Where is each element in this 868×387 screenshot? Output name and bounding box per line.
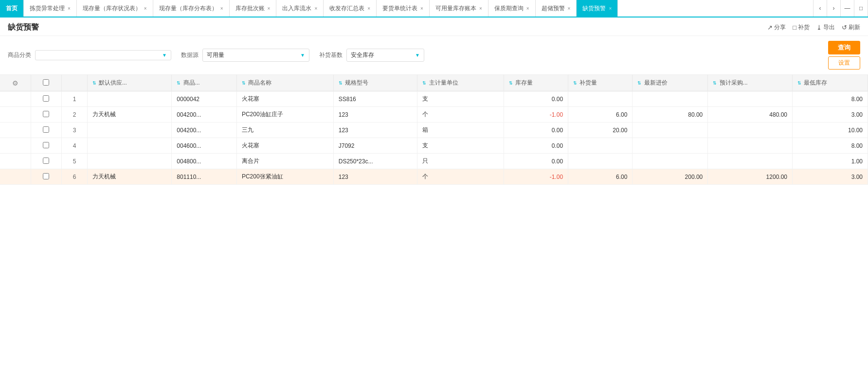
row-latest-price [633, 123, 708, 138]
sort-icon: ⇅ [713, 81, 717, 86]
tab-exception[interactable]: 拣货异常处理 × [24, 0, 77, 17]
row-product-name: PC200张紧油缸 [236, 169, 333, 185]
row-min-stock: 8.00 [793, 91, 868, 107]
tab-avail-ledger[interactable]: 可用量库存账本 × [430, 0, 488, 17]
replenish-base-select[interactable]: 安全库存 ▼ [346, 49, 424, 62]
row-unit: 个 [417, 107, 504, 123]
tab-inventory-status[interactable]: 现存量（库存状况表） × [77, 0, 153, 17]
th-min-stock[interactable]: ⇅ 最低库存 [793, 75, 868, 91]
tab-next-button[interactable]: › [827, 0, 841, 17]
close-icon[interactable]: × [609, 6, 612, 11]
datasource-select[interactable]: 可用量 ▼ [202, 49, 309, 62]
tab-home[interactable]: 首页 [0, 0, 24, 17]
close-icon[interactable]: × [144, 6, 147, 11]
row-checkbox-cell[interactable] [31, 169, 62, 185]
th-replenish-qty-label: 补货量 [579, 79, 597, 86]
tab-expiry[interactable]: 保质期查询 × [488, 0, 536, 17]
close-icon[interactable]: × [220, 6, 223, 11]
row-checkbox[interactable] [43, 173, 49, 179]
filter-row: 商品分类 ▼ 数据源 可用量 ▼ 补货基数 安全库存 ▼ 查询 设置 [0, 36, 868, 75]
query-button[interactable]: 查询 [828, 41, 860, 54]
th-product-name[interactable]: ⇅ 商品名称 [236, 75, 333, 91]
table-row: 4 004600... 火花塞 J7092 支 0.00 8.00 [0, 138, 868, 154]
row-checkbox-cell[interactable] [31, 91, 62, 107]
row-checkbox-cell[interactable] [31, 154, 62, 169]
replenish-base-select-value: 安全库存 [351, 51, 412, 59]
category-label: 商品分类 [8, 51, 31, 59]
th-unit[interactable]: ⇅ 主计量单位 [417, 75, 504, 91]
replenish-button[interactable]: □ 补货 [793, 23, 810, 32]
header-actions: ↗ 分享 □ 补货 ⤓ 导出 ↺ 刷新 [767, 23, 860, 32]
tab-recv-summary[interactable]: 收发存汇总表 × [324, 0, 377, 17]
sort-icon: ⇅ [797, 81, 801, 86]
th-spec[interactable]: ⇅ 规格型号 [333, 75, 417, 91]
close-icon[interactable]: × [268, 6, 271, 11]
refresh-label: 刷新 [849, 23, 860, 32]
row-estimated-purchase: 1200.00 [708, 169, 793, 185]
th-latest-price[interactable]: ⇅ 最新进价 [633, 75, 708, 91]
row-replenish-qty: 6.00 [568, 107, 633, 123]
sort-icon: ⇅ [509, 81, 513, 86]
share-button[interactable]: ↗ 分享 [767, 23, 786, 32]
th-stock[interactable]: ⇅ 库存量 [504, 75, 568, 91]
gear-icon[interactable]: ⚙ [12, 79, 18, 87]
row-checkbox[interactable] [43, 95, 49, 102]
tab-overstock[interactable]: 超储预警 × [536, 0, 577, 17]
row-min-stock: 10.00 [793, 123, 868, 138]
tab-batch[interactable]: 库存批次账 × [230, 0, 277, 17]
close-icon[interactable]: × [420, 6, 423, 11]
row-latest-price [633, 154, 708, 169]
row-gear-cell [0, 123, 31, 138]
th-unit-label: 主计量单位 [429, 79, 458, 86]
th-row-num [62, 75, 87, 91]
row-latest-price: 200.00 [633, 169, 708, 185]
category-select[interactable]: ▼ [35, 50, 171, 60]
row-gear-cell [0, 154, 31, 169]
table-row: 3 004200... 三九 123 箱 0.00 20.00 10.00 [0, 123, 868, 138]
close-icon[interactable]: × [367, 6, 370, 11]
row-checkbox[interactable] [43, 126, 49, 133]
th-product-code[interactable]: ⇅ 商品... [172, 75, 237, 91]
row-latest-price: 80.00 [633, 107, 708, 123]
settings-button[interactable]: 设置 [828, 56, 860, 70]
row-replenish-qty: 20.00 [568, 123, 633, 138]
row-supplier: 力天机械 [87, 169, 172, 185]
row-product-name: PC200油缸庄子 [236, 107, 333, 123]
row-checkbox-cell[interactable] [31, 138, 62, 154]
row-checkbox[interactable] [43, 142, 49, 148]
row-stock: -1.00 [504, 107, 568, 123]
th-spec-label: 规格型号 [345, 79, 368, 86]
close-icon[interactable]: × [68, 6, 71, 11]
close-icon[interactable]: × [314, 6, 317, 11]
th-gear[interactable]: ⚙ [0, 75, 31, 91]
row-checkbox[interactable] [43, 111, 49, 117]
row-replenish-qty: 6.00 [568, 169, 633, 185]
tab-maximize-button[interactable]: □ [854, 0, 868, 17]
th-supplier[interactable]: ⇅ 默认供应... [87, 75, 172, 91]
tab-inventory-dist-label: 现存量（库存分布表） [159, 4, 217, 13]
row-latest-price [633, 138, 708, 154]
tab-nav-buttons: ‹ › — □ [813, 0, 868, 17]
row-spec: 123 [333, 169, 417, 185]
tab-prev-button[interactable]: ‹ [814, 0, 827, 17]
close-icon[interactable]: × [526, 6, 529, 11]
tab-shortage[interactable]: 缺货预警 × [577, 0, 618, 17]
row-number: 6 [62, 169, 87, 185]
row-checkbox-cell[interactable] [31, 123, 62, 138]
select-all-checkbox[interactable] [43, 79, 49, 86]
sort-icon: ⇅ [177, 81, 181, 86]
th-replenish-qty[interactable]: ⇅ 补货量 [568, 75, 633, 91]
export-button[interactable]: ⤓ 导出 [816, 23, 835, 32]
replenish-base-filter-group: 补货基数 安全库存 ▼ [319, 49, 424, 62]
tab-inout-flow[interactable]: 出入库流水 × [276, 0, 324, 17]
row-checkbox-cell[interactable] [31, 107, 62, 123]
tab-minimize-button[interactable]: — [841, 0, 854, 17]
close-icon[interactable]: × [479, 6, 482, 11]
refresh-button[interactable]: ↺ 刷新 [842, 23, 860, 32]
close-icon[interactable]: × [568, 6, 571, 11]
tab-inventory-dist[interactable]: 现存量（库存分布表） × [153, 0, 230, 17]
th-estimated-purchase-label: 预计采购... [720, 79, 748, 86]
th-estimated-purchase[interactable]: ⇅ 预计采购... [708, 75, 793, 91]
row-checkbox[interactable] [43, 158, 49, 164]
tab-demand-stat[interactable]: 要货单统计表 × [377, 0, 430, 17]
